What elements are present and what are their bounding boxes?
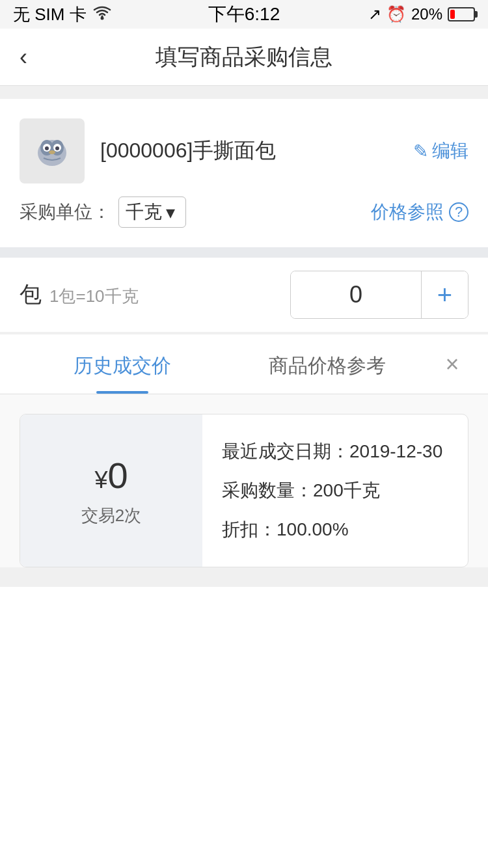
edit-label: 编辑 xyxy=(432,139,468,163)
price-value: 0 xyxy=(107,455,128,496)
footer-space xyxy=(0,587,488,868)
recent-date-value: 2019-12-30 xyxy=(349,441,442,461)
recent-date-row: 最近成交日期：2019-12-30 xyxy=(222,438,448,465)
qty-sub: 1包=10千克 xyxy=(49,285,139,308)
wifi-icon xyxy=(93,5,111,25)
svg-point-0 xyxy=(100,16,103,20)
unit-value: 千克 xyxy=(126,200,162,224)
price-ref-label: 价格参照 xyxy=(371,200,444,224)
qty-input[interactable] xyxy=(291,271,421,318)
qty-detail-label: 采购数量： xyxy=(222,480,313,500)
product-unit-row: 采购单位： 千克 ▾ 价格参照 ? xyxy=(20,197,468,228)
unit-left: 采购单位： 千克 ▾ xyxy=(20,197,186,228)
back-button[interactable]: ‹ xyxy=(20,44,27,71)
status-time: 下午6:12 xyxy=(208,2,280,27)
carrier-text: 无 SIM 卡 xyxy=(13,3,87,26)
discount-row: 折扣：100.00% xyxy=(222,516,448,543)
svg-point-7 xyxy=(55,146,59,150)
nav-bar: ‹ 填写商品采购信息 xyxy=(0,29,488,86)
discount-label: 折扣： xyxy=(222,519,277,539)
product-card: [0000006]手撕面包 ✎ 编辑 采购单位： 千克 ▾ 价格参照 ? xyxy=(0,99,488,247)
tab-product-price[interactable]: 商品价格参考 xyxy=(224,334,429,394)
alarm-icon: ⏰ xyxy=(386,5,406,23)
trade-count: 交易2次 xyxy=(81,504,141,527)
status-left: 无 SIM 卡 xyxy=(13,3,111,26)
product-left: [0000006]手撕面包 xyxy=(20,118,276,183)
help-icon[interactable]: ? xyxy=(449,202,468,222)
quantity-row: 包 1包=10千克 + xyxy=(0,258,488,332)
tab-history-label: 历史成交价 xyxy=(74,355,171,376)
qty-control: + xyxy=(290,271,468,319)
discount-value: 100.00% xyxy=(277,519,349,539)
qty-unit: 包 xyxy=(20,280,42,310)
tab-product-label: 商品价格参考 xyxy=(269,355,386,376)
product-header: [0000006]手撕面包 ✎ 编辑 xyxy=(20,118,468,183)
battery-fill xyxy=(450,10,455,19)
tabs-close-button[interactable]: × xyxy=(436,348,468,381)
battery-icon xyxy=(448,7,475,21)
tab-history-price[interactable]: 历史成交价 xyxy=(20,334,224,394)
section-divider xyxy=(0,247,488,258)
quantity-label: 包 1包=10千克 xyxy=(20,280,139,310)
qty-detail-value: 200千克 xyxy=(313,480,380,500)
unit-select[interactable]: 千克 ▾ xyxy=(118,197,186,228)
page-title: 填写商品采购信息 xyxy=(156,42,332,72)
edit-button[interactable]: ✎ 编辑 xyxy=(413,139,468,163)
price-symbol: ¥ xyxy=(94,467,107,493)
battery-pct: 20% xyxy=(411,5,442,23)
location-icon: ↗ xyxy=(368,5,381,23)
tabs-header: 历史成交价 商品价格参考 × xyxy=(0,334,488,394)
edit-icon: ✎ xyxy=(413,141,428,162)
status-right: ↗ ⏰ 20% xyxy=(368,5,475,23)
recent-date-label: 最近成交日期： xyxy=(222,441,349,461)
qty-plus-button[interactable]: + xyxy=(421,271,468,318)
dropdown-arrow: ▾ xyxy=(166,202,175,223)
product-image xyxy=(20,118,85,183)
history-card: ¥0 交易2次 最近成交日期：2019-12-30 采购数量：200千克 折扣：… xyxy=(20,414,468,567)
tabs-panel: 历史成交价 商品价格参考 × ¥0 交易2次 最近成交日期：2019-12-30… xyxy=(0,334,488,567)
close-icon: × xyxy=(445,351,459,378)
svg-point-6 xyxy=(45,146,49,150)
product-thumbnail xyxy=(26,125,78,177)
history-left: ¥0 交易2次 xyxy=(20,414,202,567)
unit-label: 采购单位： xyxy=(20,200,111,224)
history-price: ¥0 xyxy=(94,454,128,496)
qty-row: 采购数量：200千克 xyxy=(222,477,448,504)
status-bar: 无 SIM 卡 下午6:12 ↗ ⏰ 20% xyxy=(0,0,488,29)
price-ref-button[interactable]: 价格参照 ? xyxy=(371,200,468,224)
svg-point-8 xyxy=(49,150,55,154)
history-right: 最近成交日期：2019-12-30 采购数量：200千克 折扣：100.00% xyxy=(202,414,468,567)
product-name: [0000006]手撕面包 xyxy=(100,137,276,165)
